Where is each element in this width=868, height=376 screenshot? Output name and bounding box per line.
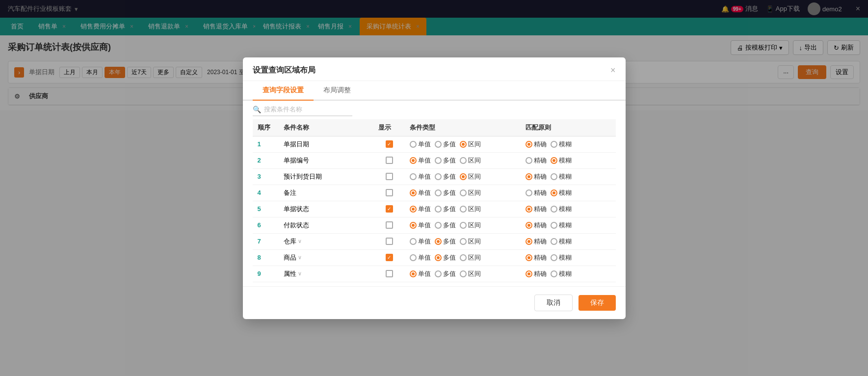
row-match: 精确 模糊	[521, 201, 615, 217]
radio-circle	[460, 141, 467, 148]
match-radio-精确[interactable]: 精确	[526, 221, 547, 230]
modal-search-input[interactable]	[264, 106, 352, 113]
row-type: 单值 多值 区间	[405, 136, 521, 152]
type-radio-多值[interactable]: 多值	[435, 140, 456, 149]
match-radio-模糊[interactable]: 模糊	[551, 188, 572, 197]
match-radio-精确[interactable]: 精确	[526, 172, 547, 181]
match-radio-精确[interactable]: 精确	[526, 140, 547, 149]
row-display[interactable]	[373, 233, 405, 249]
type-radio-多值[interactable]: 多值	[435, 237, 456, 246]
type-radio-单值[interactable]: 单值	[410, 172, 431, 181]
row-display[interactable]	[373, 249, 405, 266]
type-radio-区间[interactable]: 区间	[460, 205, 481, 214]
match-radio-模糊[interactable]: 模糊	[551, 156, 572, 165]
row-display[interactable]	[373, 201, 405, 217]
type-radio-多值[interactable]: 多值	[435, 269, 456, 278]
display-checkbox[interactable]	[386, 140, 393, 148]
row-display[interactable]	[373, 168, 405, 185]
radio-circle	[410, 270, 417, 277]
type-radio-多值[interactable]: 多值	[435, 156, 456, 165]
name-with-chevron: 属性 ∨	[284, 269, 368, 278]
modal-tab-layout[interactable]: 布局调整	[314, 81, 361, 101]
row-display[interactable]	[373, 152, 405, 168]
modal-search-area: 🔍	[243, 101, 626, 119]
match-radio-精确[interactable]: 精确	[526, 205, 547, 214]
match-radio-模糊[interactable]: 模糊	[551, 269, 572, 278]
radio-circle	[551, 270, 557, 277]
row-name: 有无商品图片	[279, 282, 373, 286]
row-order: 5	[253, 201, 279, 217]
row-display[interactable]	[373, 266, 405, 282]
type-radio-多值[interactable]: 多值	[435, 221, 456, 230]
radio-circle	[460, 254, 467, 261]
match-radio-模糊[interactable]: 模糊	[551, 140, 572, 149]
display-checkbox[interactable]	[386, 157, 393, 164]
table-header-row: 顺序 条件名称 显示 条件类型 匹配原则	[253, 119, 616, 136]
match-radio-精确[interactable]: 精确	[526, 237, 547, 246]
type-radio-单值[interactable]: 单值	[410, 156, 431, 165]
match-radio-精确[interactable]: 精确	[526, 253, 547, 262]
type-radio-单值[interactable]: 单值	[410, 140, 431, 149]
radio-circle	[551, 238, 557, 245]
row-order: 1	[253, 136, 279, 152]
match-radio-模糊[interactable]: 模糊	[551, 221, 572, 230]
radio-circle	[526, 206, 532, 213]
match-radio-模糊[interactable]: 模糊	[551, 253, 572, 262]
row-display[interactable]	[373, 185, 405, 201]
match-radio-模糊[interactable]: 模糊	[551, 237, 572, 246]
row-display[interactable]	[373, 217, 405, 233]
table-row: 2单据编号 单值 多值 区间 精确 模糊	[253, 152, 616, 168]
match-radio-精确[interactable]: 精确	[526, 269, 547, 278]
modal-close-btn[interactable]: ×	[610, 66, 616, 75]
match-radio-模糊[interactable]: 模糊	[551, 172, 572, 181]
row-type: 单值 多值 区间	[405, 266, 521, 282]
display-checkbox[interactable]	[386, 173, 393, 180]
display-checkbox[interactable]	[386, 270, 393, 277]
row-display[interactable]	[373, 136, 405, 152]
type-radio-区间[interactable]: 区间	[460, 269, 481, 278]
cancel-btn[interactable]: 取消	[534, 295, 573, 311]
radio-circle	[435, 157, 442, 164]
type-radio-区间[interactable]: 区间	[460, 237, 481, 246]
display-checkbox[interactable]	[386, 238, 393, 245]
name-with-chevron: 商品 ∨	[284, 253, 368, 262]
modal-tab-fields[interactable]: 查询字段设置	[253, 81, 314, 101]
radio-circle	[435, 173, 442, 180]
type-radio-单值[interactable]: 单值	[410, 188, 431, 197]
type-radio-单值[interactable]: 单值	[410, 269, 431, 278]
radio-circle	[551, 141, 557, 148]
type-radio-区间[interactable]: 区间	[460, 156, 481, 165]
radio-circle	[460, 222, 467, 229]
row-name: 仓库 ∨	[279, 233, 373, 249]
type-radio-区间[interactable]: 区间	[460, 188, 481, 197]
match-radio-精确[interactable]: 精确	[526, 188, 547, 197]
row-display[interactable]	[373, 282, 405, 286]
match-radio-模糊[interactable]: 模糊	[551, 205, 572, 214]
display-checkbox[interactable]	[386, 221, 393, 229]
row-type: 单值 多值 区间	[405, 201, 521, 217]
type-radio-单值[interactable]: 单值	[410, 205, 431, 214]
type-radio-多值[interactable]: 多值	[435, 188, 456, 197]
type-radio-多值[interactable]: 多值	[435, 253, 456, 262]
type-radio-区间[interactable]: 区间	[460, 172, 481, 181]
type-radio-单值[interactable]: 单值	[410, 221, 431, 230]
display-checkbox[interactable]	[386, 205, 393, 213]
type-radio-多值[interactable]: 多值	[435, 205, 456, 214]
match-radio-精确[interactable]: 精确	[526, 156, 547, 165]
row-name: 单据编号	[279, 152, 373, 168]
display-checkbox[interactable]	[386, 189, 393, 196]
row-match: 精确 模糊	[521, 152, 615, 168]
type-radio-多值[interactable]: 多值	[435, 172, 456, 181]
type-radio-单值[interactable]: 单值	[410, 237, 431, 246]
row-match: 精确 模糊	[521, 282, 615, 286]
chevron-icon: ∨	[298, 270, 302, 277]
type-radio-区间[interactable]: 区间	[460, 140, 481, 149]
table-row: 8商品 ∨ 单值 多值 区间 精确 模糊	[253, 249, 616, 266]
display-checkbox[interactable]	[386, 254, 393, 261]
type-radio-单值[interactable]: 单值	[410, 253, 431, 262]
radio-circle	[410, 238, 417, 245]
table-row: 10有无商品图片 单值 多值 区间 精确 模糊	[253, 282, 616, 286]
type-radio-区间[interactable]: 区间	[460, 221, 481, 230]
save-btn[interactable]: 保存	[579, 295, 616, 311]
type-radio-区间[interactable]: 区间	[460, 253, 481, 262]
